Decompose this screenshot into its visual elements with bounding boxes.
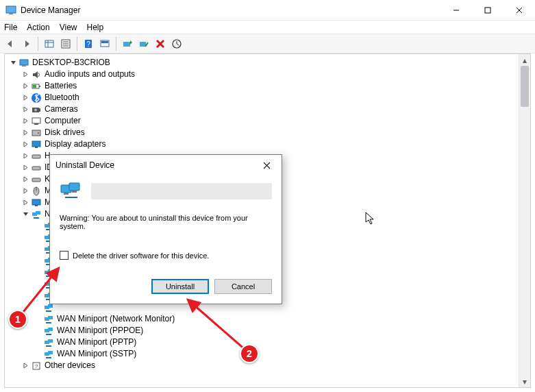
- properties-button[interactable]: [58, 36, 73, 51]
- cancel-button[interactable]: Cancel: [214, 279, 272, 294]
- svg-rect-72: [48, 316, 53, 319]
- chevron-right-icon[interactable]: [21, 362, 29, 370]
- svg-rect-17: [123, 42, 130, 47]
- uninstall-button[interactable]: [153, 36, 168, 51]
- tree-row[interactable]: WAN Miniport (SSTP): [6, 348, 529, 360]
- chevron-right-icon[interactable]: [21, 82, 29, 90]
- disable-button[interactable]: [136, 36, 151, 51]
- svg-point-34: [38, 132, 39, 134]
- menu-file[interactable]: File: [4, 23, 17, 32]
- chevron-down-icon[interactable]: [9, 59, 17, 67]
- dialog-title: Uninstall Device: [55, 160, 114, 170]
- svg-point-29: [34, 108, 37, 111]
- svg-rect-39: [32, 178, 40, 182]
- tree-row[interactable]: DESKTOP-B3CRIOB: [6, 57, 529, 69]
- svg-rect-89: [64, 193, 69, 195]
- tree-row[interactable]: WAN Miniport (Network Monitor): [6, 313, 529, 325]
- chevron-right-icon[interactable]: [21, 117, 29, 125]
- chevron-right-icon[interactable]: [21, 175, 29, 184]
- net-icon: [43, 349, 54, 360]
- chevron-right-icon[interactable]: [21, 187, 29, 195]
- delete-driver-checkbox-row[interactable]: Delete the driver software for this devi…: [60, 251, 272, 260]
- tree-label: WAN Miniport (PPPOE): [57, 325, 143, 336]
- tree-row[interactable]: Display adapters: [6, 138, 529, 150]
- close-button[interactable]: [503, 0, 535, 21]
- minimize-button[interactable]: [440, 0, 472, 21]
- update-driver-button[interactable]: [120, 36, 135, 51]
- tree-row[interactable]: WAN Miniport (PPPOE): [6, 325, 529, 336]
- svg-rect-31: [32, 118, 40, 123]
- display-icon: [31, 197, 42, 208]
- svg-text:?: ?: [86, 40, 90, 48]
- chevron-right-icon[interactable]: [21, 94, 29, 102]
- net-icon: [31, 209, 42, 220]
- delete-driver-label: Delete the driver software for this devi…: [73, 252, 209, 260]
- tree-row[interactable]: Batteries: [6, 80, 529, 92]
- tree-label: Bluetooth: [45, 92, 79, 103]
- svg-rect-37: [32, 155, 40, 158]
- window-controls: [440, 0, 535, 21]
- back-button[interactable]: [3, 36, 18, 51]
- mouse-cursor-icon: [365, 212, 376, 228]
- tree-label: WAN Miniport (PPTP): [57, 336, 136, 348]
- net-icon: [43, 337, 54, 348]
- svg-rect-88: [69, 183, 79, 191]
- svg-rect-42: [32, 199, 40, 205]
- menu-help[interactable]: Help: [87, 23, 104, 32]
- chevron-right-icon[interactable]: [21, 129, 29, 137]
- svg-rect-32: [34, 123, 38, 125]
- scan-hardware-button[interactable]: [169, 36, 184, 51]
- tree-row[interactable]: Audio inputs and outputs: [6, 69, 529, 80]
- chevron-right-icon[interactable]: [21, 106, 29, 114]
- scroll-down-icon[interactable]: ▾: [519, 376, 530, 387]
- svg-rect-69: [48, 304, 53, 308]
- chevron-right-icon[interactable]: [21, 71, 29, 79]
- svg-rect-26: [33, 85, 36, 88]
- svg-text:?: ?: [35, 363, 38, 369]
- help-button[interactable]: ?: [81, 36, 96, 51]
- tree-row[interactable]: Computer: [6, 115, 529, 127]
- pc-icon: [18, 58, 29, 69]
- maximize-button[interactable]: [472, 0, 503, 21]
- chevron-right-icon[interactable]: [21, 199, 29, 207]
- tree-row[interactable]: Disk drives: [6, 127, 529, 138]
- dialog-titlebar: Uninstall Device: [50, 155, 282, 175]
- tree-label: Cameras: [45, 103, 78, 115]
- delete-driver-checkbox[interactable]: [60, 251, 69, 260]
- tree-label: WAN Miniport (SSTP): [57, 348, 136, 360]
- menu-action[interactable]: Action: [27, 23, 49, 32]
- svg-rect-33: [32, 130, 40, 136]
- scan-button[interactable]: [97, 36, 112, 51]
- titlebar: Device Manager: [0, 0, 535, 21]
- tree-label: Batteries: [45, 80, 77, 92]
- tree-row[interactable]: Bluetooth: [6, 92, 529, 103]
- svg-rect-78: [48, 339, 53, 343]
- chevron-right-icon[interactable]: [21, 164, 29, 172]
- svg-rect-22: [20, 60, 28, 65]
- scroll-thumb[interactable]: [521, 66, 529, 107]
- chevron-right-icon[interactable]: [21, 140, 29, 149]
- svg-rect-43: [35, 205, 38, 206]
- uninstall-confirm-button[interactable]: Uninstall: [151, 279, 209, 294]
- camera-icon: [31, 104, 42, 115]
- svg-rect-30: [39, 108, 40, 112]
- toolbar: ?: [0, 34, 535, 53]
- svg-rect-35: [32, 141, 40, 147]
- show-hidden-button[interactable]: [42, 36, 57, 51]
- svg-rect-25: [39, 86, 40, 87]
- tree-label: Disk drives: [45, 127, 85, 138]
- tree-row[interactable]: Cameras: [6, 103, 529, 115]
- svg-rect-23: [22, 65, 26, 66]
- dialog-warning-text: Warning: You are about to uninstall this…: [60, 214, 272, 230]
- scroll-up-icon[interactable]: ▴: [519, 54, 530, 66]
- vertical-scrollbar[interactable]: ▴ ▾: [519, 54, 530, 387]
- chevron-right-icon[interactable]: [21, 152, 29, 160]
- tree-label: DESKTOP-B3CRIOB: [32, 57, 110, 69]
- menu-view[interactable]: View: [60, 23, 77, 32]
- hid-icon: [31, 174, 42, 185]
- chevron-down-icon[interactable]: [21, 210, 29, 219]
- tree-row[interactable]: ?Other devices: [6, 360, 529, 371]
- dialog-close-button[interactable]: [257, 157, 276, 173]
- forward-button[interactable]: [19, 36, 34, 51]
- tree-row[interactable]: WAN Miniport (PPTP): [6, 336, 529, 348]
